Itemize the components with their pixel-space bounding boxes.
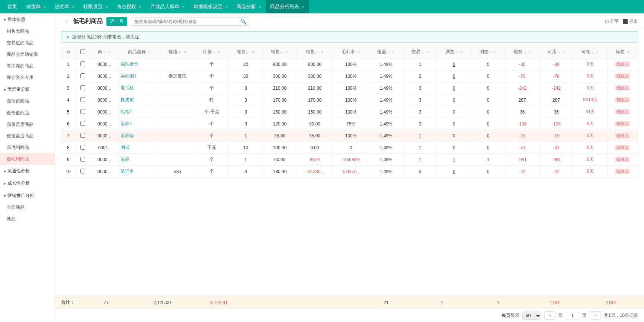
col-views2[interactable]: 浏览... ⇅ [471, 46, 505, 58]
col-sales-price[interactable]: 销售... ⇅ [263, 46, 297, 58]
row-name[interactable]: 电话机 [118, 82, 160, 94]
row-views1[interactable]: 0 [437, 142, 471, 154]
row-select-checkbox[interactable] [80, 121, 85, 126]
close-template-icon[interactable]: × [225, 4, 228, 9]
close-goods-list-icon[interactable]: × [302, 4, 304, 9]
row-views1[interactable]: 0 [437, 70, 471, 82]
close-permission-icon[interactable]: × [106, 4, 108, 9]
col-sellable[interactable]: 可销... ⇅ [573, 46, 608, 58]
row-views1[interactable]: 0 [437, 130, 471, 142]
sidebar-section-overall[interactable]: ▾ 整体信息 [0, 13, 55, 26]
sidebar-item-sales-goods[interactable]: 销售类商品 [0, 26, 55, 37]
row-checkbox[interactable] [76, 154, 90, 166]
col-name[interactable]: 商品名称 ⇅ [118, 46, 160, 58]
row-views1[interactable]: 1 [437, 154, 471, 166]
row-name[interactable]: 铅笔1 [118, 106, 160, 118]
row-checkbox[interactable] [76, 82, 90, 94]
col-views1[interactable]: 浏览... ⇅ [437, 46, 471, 58]
next-page-button[interactable]: ＞ [590, 311, 601, 320]
col-transactions[interactable]: 交易... ⇅ [403, 46, 437, 58]
row-views1[interactable]: 0 [437, 94, 471, 106]
row-select-checkbox[interactable] [80, 61, 85, 66]
row-name[interactable]: 测试 [118, 142, 160, 154]
share-button[interactable]: ⬡ 分享 [605, 18, 619, 25]
row-select-checkbox[interactable] [80, 85, 85, 90]
row-name[interactable]: 鼠标垫 [118, 130, 160, 142]
page-number-input[interactable] [566, 312, 579, 319]
col-tag[interactable]: 标签 ⇅ [607, 46, 638, 58]
col-available[interactable]: 可用... ⇅ [539, 46, 573, 58]
sidebar-item-low-gross[interactable]: 低毛利商品 [0, 153, 55, 165]
close-product-entry-icon[interactable]: × [182, 4, 185, 9]
close-role-icon[interactable]: × [139, 4, 141, 9]
close-goods-analysis-icon[interactable]: × [259, 4, 261, 9]
row-checkbox[interactable] [76, 58, 90, 70]
col-gear[interactable]: ⚙ [61, 46, 76, 58]
sidebar-section-growth[interactable]: ▸ 成长性分析 [0, 177, 55, 189]
nav-item-goods-analysis[interactable]: 商品分析 × [232, 0, 266, 13]
close-sales-icon[interactable]: × [44, 4, 46, 9]
sidebar-item-all-goods[interactable]: 全部商品 [0, 202, 55, 213]
col-sales-qty[interactable]: 销售... ⇅ [229, 46, 263, 58]
nav-item-goods-analysis-list[interactable]: 商品分析列表 × [266, 0, 309, 13]
nav-item-product-entry[interactable]: 产成品入库单 × [146, 0, 189, 13]
sidebar-item-traded-goods[interactable]: 交易过的商品 [0, 37, 55, 49]
prev-page-button[interactable]: ＜ [544, 311, 555, 320]
sidebar-item-high-coverage[interactable]: 高覆盖度商品 [0, 119, 55, 130]
search-input[interactable] [134, 19, 240, 24]
col-spec[interactable]: 规格... ⇅ [160, 46, 195, 58]
row-views1[interactable]: 0 [437, 166, 471, 178]
row-checkbox[interactable] [76, 70, 90, 82]
export-button[interactable]: ⬛ 导出 [622, 18, 638, 25]
row-select-checkbox[interactable] [80, 133, 85, 138]
sidebar-collapse-button[interactable]: 《 [61, 18, 69, 25]
row-name[interactable]: 鼠标1 [118, 118, 160, 130]
row-select-checkbox[interactable] [80, 169, 85, 173]
col-unit[interactable]: 计量... ⇅ [195, 46, 229, 58]
row-views1[interactable]: 0 [437, 82, 471, 94]
filter-recent-month-button[interactable]: 近一月 [106, 17, 127, 26]
row-checkbox[interactable] [76, 166, 90, 178]
row-checkbox[interactable] [76, 118, 90, 130]
row-checkbox[interactable] [76, 106, 90, 118]
row-name[interactable]: 吴细细1 [118, 70, 160, 82]
row-views1[interactable]: 0 [437, 106, 471, 118]
row-checkbox[interactable] [76, 142, 90, 154]
row-name[interactable]: 笔记本 [118, 166, 160, 178]
search-icon[interactable]: 🔍 [240, 19, 247, 25]
row-checkbox[interactable] [76, 130, 90, 142]
nav-item-sales[interactable]: 销货单 × [22, 0, 50, 13]
row-select-checkbox[interactable] [80, 145, 85, 150]
sidebar-item-stock-goods[interactable]: 有库存的商品 [0, 60, 55, 72]
sidebar-item-high-gross[interactable]: 高毛利商品 [0, 142, 55, 153]
col-gross-margin[interactable]: 毛利率 ⇅ [333, 46, 369, 58]
nav-item-permission[interactable]: 权限设置 × [79, 0, 112, 13]
col-code[interactable]: 商... ⇅ [90, 46, 118, 58]
sidebar-section-flow[interactable]: ▸ 流通性分析 [0, 165, 55, 177]
nav-item-purchase[interactable]: 进货单 × [50, 0, 79, 13]
row-views1[interactable]: 0 [437, 58, 471, 70]
row-views1[interactable]: 0 [437, 118, 471, 130]
col-coverage[interactable]: 覆盖... ⇅ [369, 46, 403, 58]
sidebar-item-low-value[interactable]: 低价值商品 [0, 107, 55, 119]
close-purchase-icon[interactable]: × [72, 4, 74, 9]
row-select-checkbox[interactable] [80, 157, 85, 162]
nav-item-home[interactable]: 首页 [3, 0, 22, 13]
row-checkbox[interactable] [76, 94, 90, 106]
row-select-checkbox[interactable] [80, 97, 85, 102]
sidebar-item-new-goods[interactable]: 新品 [0, 213, 55, 225]
sidebar-item-high-value[interactable]: 高价值商品 [0, 96, 55, 107]
row-name[interactable]: 鼠标 [118, 154, 160, 166]
row-name[interactable]: 属性定价 [118, 58, 160, 70]
nav-item-role[interactable]: 角色授权 × [112, 0, 146, 13]
per-page-select[interactable]: 50 100 [522, 312, 541, 320]
row-select-checkbox[interactable] [80, 73, 85, 78]
select-all-checkbox[interactable] [80, 49, 85, 54]
col-sales-amount[interactable]: 销售... ⇅ [297, 46, 333, 58]
sidebar-section-cluster[interactable]: ▾ 类群量分析 [0, 83, 55, 96]
sidebar-item-low-coverage[interactable]: 低覆盖度商品 [0, 130, 55, 142]
sidebar-section-marketing[interactable]: ▾ 营销推广分析 [0, 189, 55, 202]
col-current-stock[interactable]: 现有... ⇅ [505, 46, 539, 58]
sidebar-item-goods-assist-rate[interactable]: 商品分类助销率 [0, 49, 55, 60]
nav-item-template[interactable]: 单据模板设置 × [189, 0, 232, 13]
